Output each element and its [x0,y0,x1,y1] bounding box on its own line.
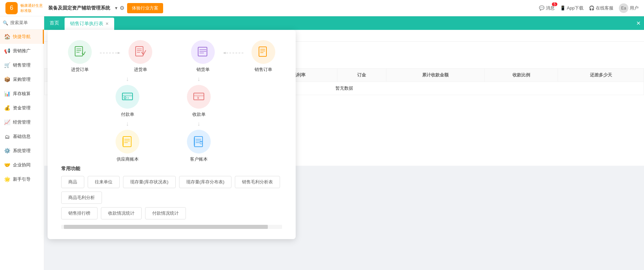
func-btn-sales-profit[interactable]: 销售毛利分析表 [235,176,280,188]
common-functions: 常用功能 商品 往来单位 现存量(库存状况表) 现存量(库存分布表) 销售毛利分… [61,166,282,219]
func-buttons-row1: 商品 往来单位 现存量(库存状况表) 现存量(库存分布表) 销售毛利分析表 商品… [61,176,282,204]
func-btn-receipt-stats[interactable]: 收款情况统计 [101,207,142,219]
customer-ledger-node[interactable]: 客户账本 [187,130,211,162]
down-arrow-payment: ↓ [126,73,129,85]
purchase-bill-node[interactable]: 进货单 [128,40,152,73]
func-btn-goods-profit[interactable]: 商品毛利分析 [61,192,102,204]
sales-order-node[interactable]: 销售订单 [251,40,275,73]
flow-col-payment: ↓ ¥ 付款单 [105,73,150,118]
supplier-ledger-circle [116,130,139,154]
svg-rect-6 [136,47,143,56]
receipt-circle: ¥ [187,85,211,109]
svg-point-22 [124,97,126,99]
svg-rect-28 [122,138,124,146]
svg-point-39 [201,142,202,142]
func-btn-goods[interactable]: 商品 [61,176,84,188]
func-btn-stock-status[interactable]: 现存量(库存状况表) [123,176,176,188]
flow-col-receipt: ↓ ¥ 收款单 [177,73,221,118]
func-btn-sales-rank[interactable]: 销售排行榜 [61,207,98,219]
svg-marker-5 [118,52,120,54]
arrow-1-2 [100,51,120,55]
sales-order-circle [251,40,275,64]
flow-row-2-container: ↓ ¥ 付款单 ↓ ¥ [61,73,282,118]
payment-node[interactable]: ¥ 付款单 [116,85,139,118]
sales-bill-node[interactable]: 销货单 [191,40,215,73]
supplier-ledger-node[interactable]: 供应商账本 [116,130,139,162]
flow-diagram: 进货订单 进货单 [61,40,282,162]
flow-col-supplier: ↓ 供应商账本 [105,118,150,162]
svg-marker-15 [223,52,226,54]
payment-circle: ¥ [116,85,139,109]
flow-row-1: 进货订单 进货单 [61,40,282,73]
receipt-node[interactable]: ¥ 收款单 [187,85,211,118]
modal-overlay: 进货订单 进货单 [0,0,644,270]
arrow-4-3 [223,51,243,55]
flow-row-3-container: ↓ 供应商账本 ↓ [61,118,282,162]
svg-text:¥: ¥ [127,97,129,99]
func-buttons-row2: 销售排行榜 收款情况统计 付款情况统计 [61,207,282,219]
quick-nav-modal: 进货订单 进货单 [48,30,296,239]
down-arrow-supplier: ↓ [126,118,129,130]
svg-rect-16 [259,47,266,56]
down-arrow-receipt: ↓ [197,73,201,85]
purchase-order-circle [68,40,92,64]
svg-rect-33 [194,138,195,146]
customer-ledger-circle [187,130,211,154]
svg-rect-21 [122,95,133,96]
svg-rect-10 [198,47,207,56]
svg-rect-0 [75,47,83,56]
common-functions-title: 常用功能 [61,166,282,172]
svg-rect-27 [123,137,131,147]
purchase-bill-circle [128,40,152,64]
scroll-thumb [64,225,268,229]
svg-text:¥: ¥ [197,96,199,100]
down-arrow-customer: ↓ [197,118,201,130]
func-btn-stock-dist[interactable]: 现存量(库存分布表) [179,176,232,188]
purchase-order-node[interactable]: 进货订单 [68,40,92,73]
app-wrapper: 6 畅康通好生意 标准版 装备及固定资产辅助管理系统 ▼ ⚙ 体验行业方案 💬 … [0,0,644,270]
func-btn-payment-stats[interactable]: 付款情况统计 [145,207,186,219]
svg-rect-32 [194,137,203,147]
scroll-bar-hint[interactable] [61,225,282,229]
flow-col-customer: ↓ 客户账本 [177,118,221,162]
sales-bill-circle [191,40,215,64]
func-btn-contact[interactable]: 往来单位 [88,176,120,188]
